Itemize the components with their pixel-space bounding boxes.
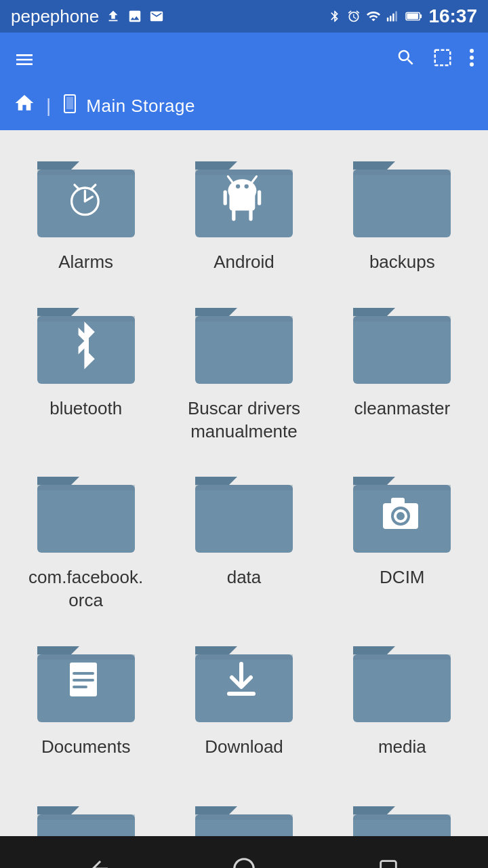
svg-point-68 — [235, 859, 254, 868]
folder-icon — [190, 639, 298, 728]
svg-point-10 — [470, 62, 474, 66]
phone-storage-icon — [62, 94, 78, 117]
image-icon — [127, 9, 142, 24]
svg-point-24 — [236, 184, 240, 189]
folder-label: Alarms — [58, 251, 113, 274]
svg-point-9 — [470, 56, 474, 60]
phone-icon — [62, 94, 78, 113]
svg-point-25 — [245, 184, 249, 189]
folder-item[interactable]: Alarms — [7, 144, 165, 290]
folder-item[interactable]: Buscar driversmanualmente — [165, 290, 323, 460]
svg-rect-14 — [37, 170, 135, 175]
folder-icon — [32, 301, 140, 389]
folder-icon — [32, 639, 140, 728]
folder-item[interactable]: com.facebook.orca — [7, 459, 165, 629]
svg-rect-35 — [37, 316, 135, 321]
folder-item[interactable]: DCIM — [323, 459, 481, 629]
folder-icon — [348, 301, 456, 389]
folder-label: DCIM — [380, 566, 424, 589]
select-button[interactable] — [432, 47, 453, 73]
breadcrumb: | Main Storage — [0, 87, 488, 130]
back-icon — [87, 856, 112, 868]
recents-icon — [377, 857, 400, 868]
svg-rect-2 — [393, 14, 395, 22]
recents-button[interactable] — [361, 842, 415, 868]
svg-rect-65 — [195, 814, 293, 820]
folder-item[interactable]: bluetooth — [7, 290, 165, 460]
home-icon — [14, 92, 35, 114]
folder-label: backups — [369, 251, 435, 274]
folder-icon — [348, 470, 456, 558]
svg-rect-51 — [37, 654, 135, 660]
status-left: pepephone — [11, 6, 164, 27]
folder-label: data — [227, 566, 262, 589]
folder-item[interactable]: Documents — [7, 629, 165, 775]
back-button[interactable] — [73, 842, 127, 868]
select-icon — [432, 47, 453, 68]
svg-rect-33 — [353, 170, 451, 175]
folder-icon — [348, 155, 456, 243]
svg-rect-57 — [195, 654, 293, 660]
svg-rect-38 — [353, 316, 451, 384]
folder-item-partial[interactable] — [165, 789, 323, 836]
folder-label: media — [378, 736, 426, 759]
folder-item[interactable]: data — [165, 459, 323, 629]
folder-icon — [348, 639, 456, 728]
folder-item[interactable]: backups — [323, 144, 481, 290]
svg-rect-1 — [390, 16, 392, 21]
file-grid: Alarms Android backups — [0, 130, 488, 789]
folder-label: Documents — [41, 736, 131, 759]
folder-item-partial[interactable] — [323, 789, 481, 836]
wifi-icon — [366, 9, 381, 24]
search-button[interactable] — [396, 47, 416, 73]
svg-rect-3 — [396, 12, 398, 22]
carrier-text: pepephone — [11, 6, 99, 27]
folder-item[interactable]: media — [323, 629, 481, 775]
svg-rect-56 — [195, 654, 293, 722]
storage-label: Main Storage — [86, 96, 195, 117]
upload-icon — [106, 9, 121, 24]
folder-item[interactable]: cleanmaster — [323, 290, 481, 460]
folder-icon — [190, 470, 298, 558]
signal-icon — [386, 9, 400, 23]
svg-rect-47 — [391, 498, 405, 505]
svg-rect-60 — [353, 654, 451, 722]
svg-rect-61 — [353, 654, 451, 660]
folder-icon — [32, 470, 140, 558]
svg-rect-32 — [353, 170, 451, 237]
menu-button[interactable] — [14, 49, 35, 71]
more-button[interactable] — [469, 47, 474, 73]
folder-label: Buscar driversmanualmente — [188, 397, 300, 443]
home-nav-icon — [231, 856, 257, 868]
svg-rect-63 — [37, 814, 135, 820]
breadcrumb-divider: | — [46, 95, 51, 117]
folder-item[interactable]: Download — [165, 629, 323, 775]
folder-icon — [190, 155, 298, 243]
home-nav-button[interactable] — [217, 842, 271, 868]
email-icon — [149, 9, 164, 24]
svg-rect-21 — [195, 170, 293, 175]
folder-label: com.facebook.orca — [28, 566, 143, 612]
battery-icon — [405, 9, 423, 23]
folder-item-partial[interactable] — [7, 789, 165, 836]
svg-rect-7 — [435, 50, 451, 65]
nav-bar — [0, 836, 488, 868]
svg-point-49 — [396, 512, 405, 520]
folder-icon — [32, 155, 140, 243]
status-bar: pepephone 16:37 — [0, 0, 488, 33]
svg-rect-5 — [420, 14, 422, 18]
time-display: 16:37 — [428, 5, 477, 27]
svg-rect-6 — [407, 14, 419, 19]
svg-rect-43 — [195, 485, 293, 490]
alarm-status-icon — [347, 9, 361, 23]
folder-label: bluetooth — [49, 397, 122, 420]
folder-item[interactable]: Android — [165, 144, 323, 290]
svg-point-8 — [470, 49, 474, 53]
svg-rect-13 — [37, 170, 135, 237]
svg-rect-0 — [387, 18, 389, 22]
home-button[interactable] — [14, 92, 35, 119]
svg-rect-45 — [353, 485, 451, 490]
svg-rect-12 — [66, 97, 73, 109]
svg-rect-69 — [381, 861, 396, 868]
svg-rect-39 — [353, 316, 451, 321]
